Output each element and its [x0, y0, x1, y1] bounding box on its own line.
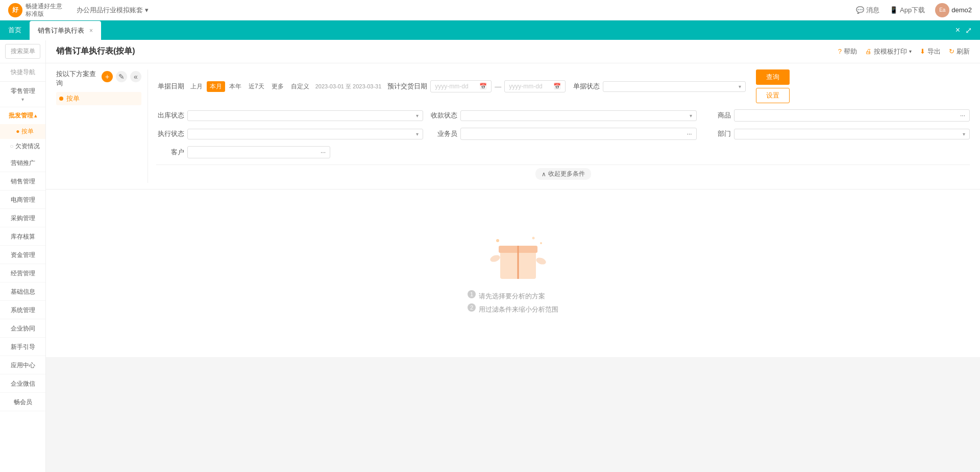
collapse-more-bar[interactable]: ∧ 收起更多条件 [156, 164, 970, 183]
quick-nav-button[interactable]: 快捷导航 [0, 65, 45, 79]
print-button[interactable]: 🖨 按模板打印 ▾ [865, 47, 912, 56]
filter-date-item: 单据日期 上月 本月 本年 近7天 更多 自定义 [156, 81, 381, 92]
search-menu-button[interactable]: 搜索菜单 [5, 44, 40, 59]
goods-select[interactable]: ··· [734, 109, 970, 122]
date-this-month-btn[interactable]: 本月 [207, 81, 225, 92]
content-area: 按以下方案查询 + ✎ « 按单 [46, 63, 980, 357]
window-maximize-icon[interactable]: ⤢ [965, 26, 972, 35]
salesperson-label: 业务员 [429, 129, 457, 138]
sidebar-item-enterprise-wechat[interactable]: 企业微信 [0, 374, 45, 393]
tab-icons: × ⤢ [955, 26, 980, 35]
payment-status-select[interactable]: ▾ [460, 110, 696, 121]
expected-date-from[interactable]: yyyy-mm-dd 📅 [430, 80, 492, 92]
print-icon: 🖨 [865, 48, 872, 55]
top-bar: 好 畅捷通好生意 标准版 办公用品行业模拟账套 ▾ 💬 消息 📱 App下载 E… [0, 0, 980, 20]
main-header: 销售订单执行表(按单) ? 帮助 🖨 按模板打印 ▾ ⬇ 导出 ↻ 刷新 [46, 40, 980, 63]
nav-tabs: 首页 销售订单执行表 × × ⤢ [0, 20, 980, 40]
main-content: 销售订单执行表(按单) ? 帮助 🖨 按模板打印 ▾ ⬇ 导出 ↻ 刷新 [46, 40, 980, 472]
sidebar-subitem-by-order[interactable]: ● 按单 [0, 124, 45, 139]
svg-point-3 [496, 239, 499, 242]
sidebar-item-marketing[interactable]: 营销推广 [0, 154, 45, 172]
filter-actions: 查询 设置 [756, 69, 790, 103]
collapse-scheme-button[interactable]: « [130, 71, 141, 82]
expected-date-to[interactable]: yyyy-mm-dd 📅 [504, 80, 566, 92]
refresh-button[interactable]: ↻ 刷新 [949, 47, 970, 56]
sidebar-item-member[interactable]: 畅会员 [0, 393, 45, 411]
sidebar-subitem-arrears[interactable]: ○ 欠资情况 [0, 139, 45, 154]
sidebar-item-operations[interactable]: 经营管理 [0, 264, 45, 282]
sidebar-item-app-center[interactable]: 应用中心 [0, 356, 45, 374]
date-range-display: 2023-03-01 至 2023-03-31 [315, 83, 382, 90]
sidebar-search-area: 搜索菜单 [0, 40, 45, 63]
filter-option-by-order[interactable]: 按单 [56, 92, 141, 105]
help-button[interactable]: ? 帮助 [838, 47, 857, 56]
dept-select[interactable]: ▾ [734, 129, 970, 139]
date-last-month-btn[interactable]: 上月 [187, 81, 206, 92]
filter-left-actions: + ✎ « [102, 71, 141, 82]
user-area[interactable]: Ea demo2 [935, 3, 972, 17]
date-custom-btn[interactable]: 自定义 [288, 81, 312, 92]
filter-sidebar: 按以下方案查询 + ✎ « 按单 [56, 69, 970, 183]
filter-dept: 部门 ▾ [703, 128, 970, 140]
settings-button[interactable]: 设置 [756, 88, 790, 103]
salesperson-select[interactable]: ··· [460, 128, 696, 140]
export-button[interactable]: ⬇ 导出 [920, 47, 941, 56]
sidebar-item-system[interactable]: 系统管理 [0, 301, 45, 319]
avatar: Ea [935, 3, 949, 17]
sidebar-item-ecommerce[interactable]: 电商管理 [0, 191, 45, 209]
doc-status-label: 单据状态 [572, 82, 600, 91]
sidebar-item-sales[interactable]: 销售管理 [0, 172, 45, 191]
add-scheme-button[interactable]: + [102, 71, 113, 82]
sidebar-item-enterprise-collab[interactable]: 企业协同 [0, 319, 45, 338]
sidebar-item-purchase[interactable]: 采购管理 [0, 209, 45, 227]
date-last-7days-btn[interactable]: 近7天 [246, 81, 267, 92]
sidebar-item-inventory[interactable]: 库存核算 [0, 227, 45, 246]
layout: 搜索菜单 快捷导航 零售管理 ▾ 批发管理 ▴ ● 按单 ○ 欠资情况 [0, 40, 980, 472]
payment-status-arrow-icon: ▾ [690, 113, 692, 119]
sidebar-item-finance[interactable]: 资金管理 [0, 246, 45, 264]
message-button[interactable]: 💬 消息 [856, 6, 879, 15]
filter-left-panel: 按以下方案查询 + ✎ « 按单 [56, 69, 148, 183]
logo-icon: 好 [8, 3, 22, 17]
sidebar-item-new-guide[interactable]: 新手引导 [0, 338, 45, 356]
company-selector[interactable]: 办公用品行业模拟账套 ▾ [77, 6, 149, 15]
filter-row-4: 客户 ··· [156, 146, 970, 158]
payment-status-label: 收款状态 [429, 111, 457, 120]
exec-status-select[interactable]: ▾ [187, 129, 423, 139]
salesperson-more-icon[interactable]: ··· [687, 130, 692, 137]
tab-close-icon[interactable]: × [89, 27, 93, 34]
ship-status-select[interactable]: ▾ [187, 110, 423, 121]
customer-select[interactable]: ··· [187, 146, 330, 158]
sidebar-nav-area: 快捷导航 [0, 63, 45, 82]
date-this-year-btn[interactable]: 本年 [226, 81, 244, 92]
customer-label: 客户 [156, 148, 184, 157]
sidebar-item-wholesale[interactable]: 批发管理 ▴ [0, 107, 45, 124]
filter-row-1: 单据日期 上月 本月 本年 近7天 更多 自定义 [156, 69, 970, 103]
dept-arrow-icon: ▾ [963, 131, 965, 137]
filter-area: 按以下方案查询 + ✎ « 按单 [46, 63, 980, 190]
doc-status-select[interactable]: ▾ [603, 81, 746, 92]
empty-tip-1: 1 请先选择要分析的方案 [468, 290, 558, 303]
logo-text: 畅捷通好生意 标准版 [26, 3, 62, 17]
customer-more-icon[interactable]: ··· [321, 149, 326, 156]
sidebar: 搜索菜单 快捷导航 零售管理 ▾ 批发管理 ▴ ● 按单 ○ 欠资情况 [0, 40, 46, 472]
app-download-icon: 📱 [890, 6, 898, 14]
sidebar-item-basic-info[interactable]: 基础信息 [0, 282, 45, 301]
date-more-btn[interactable]: 更多 [268, 81, 287, 92]
help-icon: ? [838, 48, 842, 55]
tab-sales-order[interactable]: 销售订单执行表 × [30, 21, 101, 40]
tab-home[interactable]: 首页 [0, 20, 30, 40]
sidebar-item-retail[interactable]: 零售管理 ▾ [0, 82, 45, 107]
edit-scheme-button[interactable]: ✎ [116, 71, 127, 82]
empty-illustration [487, 230, 549, 281]
app-download-button[interactable]: 📱 App下载 [890, 6, 925, 15]
ship-status-arrow-icon: ▾ [416, 113, 419, 119]
query-button[interactable]: 查询 [756, 69, 790, 85]
svg-point-7 [535, 256, 547, 266]
goods-more-icon[interactable]: ··· [960, 112, 965, 119]
filter-exec-status: 执行状态 ▾ [156, 128, 423, 140]
window-close-icon[interactable]: × [955, 26, 960, 35]
svg-point-4 [540, 242, 542, 244]
goods-label: 商品 [703, 111, 731, 120]
filter-option-dot [59, 97, 63, 101]
